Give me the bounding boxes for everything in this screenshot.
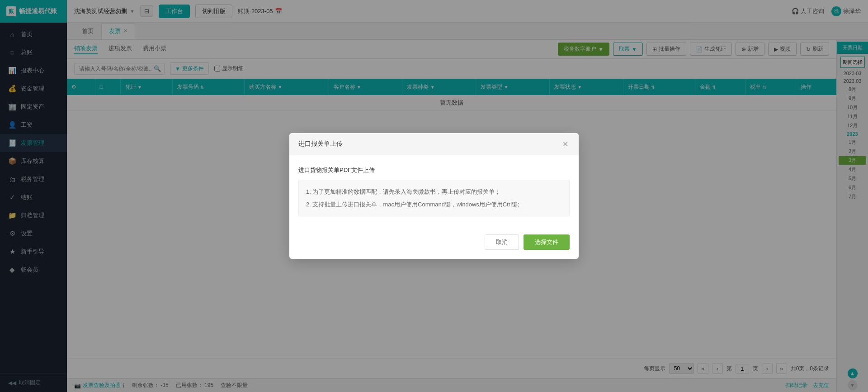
modal-header: 进口报关单上传 ✕ — [289, 133, 579, 155]
modal-info-item-1: 1. 为了更加精准的数据匹配，请先录入海关缴款书，再上传对应的报关单； — [306, 186, 562, 197]
import-customs-modal: 进口报关单上传 ✕ 进口货物报关单PDF文件上传 1. 为了更加精准的数据匹配，… — [289, 133, 579, 259]
modal-info-box: 1. 为了更加精准的数据匹配，请先录入海关缴款书，再上传对应的报关单； 2. 支… — [298, 180, 570, 216]
modal-title: 进口报关单上传 — [298, 140, 343, 148]
modal-info-item-2: 2. 支持批量上传进口报关单，mac用户使用Command键，windows用户… — [306, 199, 562, 210]
modal-overlay: 进口报关单上传 ✕ 进口货物报关单PDF文件上传 1. 为了更加精准的数据匹配，… — [0, 0, 868, 392]
modal-cancel-btn[interactable]: 取消 — [485, 234, 519, 250]
modal-body: 进口货物报关单PDF文件上传 1. 为了更加精准的数据匹配，请先录入海关缴款书，… — [289, 155, 579, 227]
modal-footer: 取消 选择文件 — [289, 227, 579, 259]
modal-close-btn[interactable]: ✕ — [561, 139, 570, 148]
modal-section-title: 进口货物报关单PDF文件上传 — [298, 166, 570, 174]
modal-confirm-btn[interactable]: 选择文件 — [524, 234, 570, 250]
